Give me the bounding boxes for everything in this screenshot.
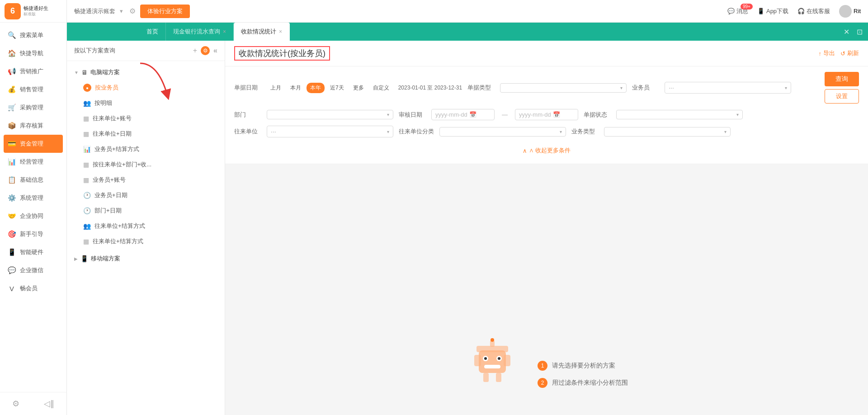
scheme-item-counterparty-settlement2[interactable]: ▦ 往来单位+结算方式 — [67, 234, 225, 249]
date-tab-this-month[interactable]: 本月 — [287, 83, 305, 93]
scheme-item-salesperson-date[interactable]: 🕐 业务员+日期 — [67, 188, 225, 203]
export-button[interactable]: ↑ 导出 — [819, 49, 835, 57]
sidebar-item-guide[interactable]: 🎯 新手引导 — [0, 225, 66, 243]
counterparty-select[interactable]: ··· ▾ — [267, 126, 393, 137]
placeholder-hints: 1 请先选择要分析的方案 2 用过滤条件来缩小分析范围 — [538, 361, 628, 388]
scheme-settings-icon[interactable]: ⚙ — [201, 46, 210, 55]
guide-icon: 🎯 — [7, 230, 16, 239]
sidebar-item-wechat[interactable]: 💬 企业微信 — [0, 261, 66, 279]
salesperson-label: 业务员 — [632, 84, 659, 92]
business-type-select[interactable]: ▾ — [604, 127, 731, 137]
sidebar-settings-button[interactable]: ⚙ — [9, 397, 23, 410]
scheme-item-salesperson-settlement[interactable]: 📊 业务员+结算方式 — [67, 141, 225, 157]
dept-label: 部门 — [234, 111, 261, 119]
salesperson-select[interactable]: ··· ▾ — [665, 82, 791, 94]
review-date-end[interactable]: yyyy-mm-dd 📅 — [515, 109, 578, 120]
user-name: Rit — [854, 8, 861, 14]
voucher-type-dropdown-icon: ▾ — [620, 85, 623, 90]
page-content: 按以下方案查询 + ⚙ « ▼ 🖥 电脑端方案 ● 按业务员 — [67, 41, 868, 415]
tab-collection-stats[interactable]: 收款情况统计 × — [234, 23, 290, 41]
voucher-type-select[interactable]: ▾ — [500, 83, 627, 93]
sidebar-item-hardware[interactable]: 📱 智能硬件 — [0, 243, 66, 261]
message-button[interactable]: 💬 消息 99+ — [727, 7, 748, 15]
left-panel: 按以下方案查询 + ⚙ « ▼ 🖥 电脑端方案 ● 按业务员 — [67, 41, 225, 415]
sidebar-item-marketing[interactable]: 📢 营销推广 — [0, 62, 66, 80]
sidebar-item-sales[interactable]: 💰 销售管理 — [0, 80, 66, 99]
hardware-icon: 📱 — [7, 248, 16, 257]
voucher-status-select[interactable]: ▾ — [616, 110, 743, 119]
sidebar-item-enterprise[interactable]: 🤝 企业协同 — [0, 207, 66, 225]
calendar-icon-2[interactable]: 📅 — [553, 111, 560, 118]
left-panel-header: 按以下方案查询 + ⚙ « — [67, 41, 225, 61]
dept-select[interactable]: ▾ — [267, 110, 393, 119]
date-tab-7days[interactable]: 近7天 — [326, 83, 348, 93]
group-expand-icon: ▼ — [74, 70, 79, 75]
company-dropdown-icon[interactable]: ▾ — [120, 8, 123, 14]
sidebar-item-inventory[interactable]: 📦 库存核算 — [0, 117, 66, 135]
query-button[interactable]: 查询 — [825, 72, 859, 86]
sidebar-item-operation[interactable]: 📊 经营管理 — [0, 153, 66, 171]
bar-icon: 📊 — [83, 146, 91, 153]
tab-bank-flow[interactable]: 现金银行流水查询 × — [166, 23, 234, 41]
sidebar-item-quick-nav[interactable]: 🏠 快捷导航 — [0, 44, 66, 62]
scheme-item-counterparty-dept-collect[interactable]: ▦ 按往来单位+部门+收... — [67, 157, 225, 172]
clock-icon-1: 🕐 — [83, 192, 91, 199]
dept-dropdown-icon: ▾ — [387, 112, 389, 117]
grid-icon-1: ▦ — [83, 115, 89, 122]
grid-icon-5: ▦ — [83, 238, 89, 245]
sidebar-item-system[interactable]: ⚙️ 系统管理 — [0, 189, 66, 207]
scheme-item-counterparty-settlement1[interactable]: 👥 往来单位+结算方式 — [67, 218, 225, 234]
settings-button[interactable]: 设置 — [825, 89, 859, 104]
sidebar-item-member[interactable]: V 畅会员 — [0, 279, 66, 297]
tab-home[interactable]: 首页 — [139, 23, 166, 41]
counterparty-more-icon[interactable]: ··· — [271, 128, 276, 135]
app-download-button[interactable]: 📱 App下载 — [757, 7, 788, 15]
placeholder-item-1: 1 请先选择要分析的方案 — [538, 361, 615, 371]
tab-bank-flow-close-icon[interactable]: × — [223, 28, 226, 35]
sidebar-item-purchase[interactable]: 🛒 采购管理 — [0, 99, 66, 117]
counterparty-classification-select[interactable]: ▾ — [439, 127, 566, 137]
counterparty-label: 往来单位 — [234, 127, 261, 136]
trial-button[interactable]: 体验行业方案 — [140, 5, 190, 18]
scheme-item-counterparty-date[interactable]: ▦ 往来单位+日期 — [67, 126, 225, 141]
tab-close-all-icon[interactable]: ✕ — [842, 26, 851, 38]
mobile-scheme-group-header[interactable]: ▶ 📱 移动端方案 — [67, 251, 225, 266]
page-title-bar: 收款情况统计(按业务员) ↑ 导出 ↺ 刷新 — [225, 41, 868, 66]
date-tab-this-year[interactable]: 本年 — [307, 83, 325, 93]
pc-scheme-group-header[interactable]: ▼ 🖥 电脑端方案 — [67, 65, 225, 80]
sales-icon: 💰 — [7, 85, 16, 94]
panel-collapse-icon[interactable]: « — [213, 47, 217, 55]
date-tab-custom[interactable]: 自定义 — [369, 83, 393, 93]
refresh-button[interactable]: ↺ 刷新 — [840, 49, 859, 57]
sidebar-item-basic-info[interactable]: 📋 基础信息 — [0, 171, 66, 189]
member-icon: V — [7, 284, 16, 293]
date-tab-last-month[interactable]: 上月 — [267, 83, 285, 93]
tab-bar: 首页 现金银行流水查询 × 收款情况统计 × ✕ ⊡ — [67, 23, 868, 41]
scheme-item-counterparty-account[interactable]: ▦ 往来单位+账号 — [67, 111, 225, 126]
date-tab-more[interactable]: 更多 — [349, 83, 368, 93]
tab-collection-stats-close-icon[interactable]: × — [279, 28, 282, 35]
sidebar-item-finance[interactable]: 💳 资金管理 — [4, 135, 63, 153]
header-gear-icon[interactable]: ⚙ — [129, 7, 136, 15]
tab-maximize-icon[interactable]: ⊡ — [855, 26, 864, 38]
sidebar-collapse-button[interactable]: ◁‖ — [40, 397, 58, 410]
scheme-item-by-salesperson[interactable]: ● 按业务员 — [67, 80, 225, 95]
add-scheme-button[interactable]: + — [193, 47, 197, 55]
scheme-item-salesperson-account[interactable]: ▦ 业务员+账号 — [67, 172, 225, 188]
scheme-item-dept-date[interactable]: 🕐 部门+日期 — [67, 203, 225, 218]
scheme-item-by-detail[interactable]: 👥 按明细 — [67, 95, 225, 111]
page-title: 收款情况统计(按业务员) — [234, 46, 330, 61]
review-date-start[interactable]: yyyy-mm-dd 📅 — [431, 109, 495, 120]
salesperson-more-icon[interactable]: ··· — [669, 84, 674, 91]
counterparty-dropdown-icon: ▾ — [387, 129, 389, 134]
collapse-filter-button[interactable]: ∧ ∧ 收起更多条件 — [234, 143, 859, 158]
online-service-button[interactable]: 🎧 在线客服 — [797, 7, 830, 15]
sidebar-item-search-menu[interactable]: 🔍 搜索菜单 — [0, 26, 66, 44]
company-name: 畅捷通演示账套 — [74, 7, 115, 15]
calendar-icon-1[interactable]: 📅 — [469, 111, 476, 118]
detail-scheme-icon: 👥 — [83, 99, 91, 107]
collapse-icon: ∧ — [523, 147, 527, 154]
business-type-label: 业务类型 — [571, 127, 599, 136]
wechat-icon: 💬 — [7, 266, 16, 275]
user-area[interactable]: Rit — [839, 5, 861, 18]
